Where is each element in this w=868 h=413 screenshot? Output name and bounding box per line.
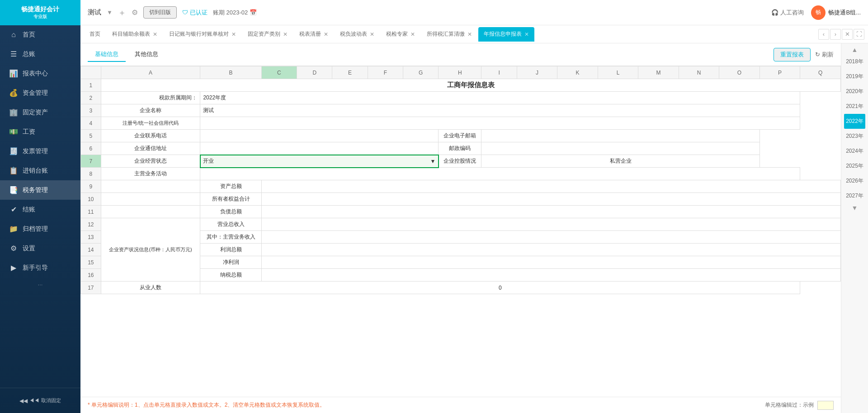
avatar-initial: 畅 — [816, 9, 821, 16]
col-header-I[interactable]: I — [481, 66, 517, 79]
year-down-button[interactable]: ▼ — [847, 203, 863, 212]
env-dropdown-icon[interactable]: ▼ — [107, 9, 113, 16]
tab-expand[interactable]: ⛶ — [854, 29, 864, 40]
sheet-tab-其他信息[interactable]: 其他信息 — [127, 47, 165, 62]
year-item-2021年[interactable]: 2021年 — [844, 99, 865, 114]
sidebar-item-工资[interactable]: 💵 工资 — [0, 122, 80, 141]
sidebar-item-设置[interactable]: ⚙ 设置 — [0, 239, 80, 258]
cell-13-value[interactable] — [261, 231, 840, 244]
col-header-Q[interactable]: Q — [800, 66, 841, 79]
sidebar-item-新手引导[interactable]: ▶ 新手引导 — [0, 258, 80, 277]
year-item-2024年[interactable]: 2024年 — [844, 144, 865, 159]
cell-6-post-value[interactable] — [481, 142, 760, 155]
col-header-D[interactable]: D — [297, 66, 332, 79]
col-header-H[interactable]: H — [439, 66, 481, 79]
cell-6-addr-value[interactable] — [200, 142, 439, 155]
col-header-O[interactable]: O — [719, 66, 760, 79]
cell-4-value[interactable] — [200, 117, 800, 130]
sidebar-item-进销台账[interactable]: 📋 进销台账 — [0, 161, 80, 180]
col-header-K[interactable]: K — [557, 66, 598, 79]
sidebar-item-归档管理[interactable]: 📁 归档管理 — [0, 219, 80, 239]
col-header-L[interactable]: L — [598, 66, 638, 79]
refresh-button[interactable]: ↻ 刷新 — [815, 51, 834, 59]
sidebar-item-固定资产[interactable]: 🏢 固定资产 — [0, 103, 80, 122]
sidebar-item-资金管理[interactable]: 💰 资金管理 — [0, 83, 80, 103]
cell-3-value[interactable]: 测试 — [200, 104, 800, 117]
sidebar-item-总账[interactable]: ☰ 总账 — [0, 44, 80, 64]
cell-7-holding-label: 企业控股情况 — [439, 155, 481, 168]
cell-11-value[interactable] — [261, 206, 840, 218]
sheet-tab-基础信息[interactable]: 基础信息 — [88, 47, 126, 62]
tab-close-4[interactable]: ✕ — [324, 31, 328, 38]
tab-税表清册[interactable]: 税表清册 ✕ — [294, 27, 334, 42]
tab-close-6[interactable]: ✕ — [410, 31, 415, 38]
tab-scroll-left[interactable]: ‹ — [818, 29, 829, 40]
pin-button[interactable]: ◀◀ ◀◀ 取消固定 — [0, 393, 80, 408]
sidebar-item-税务管理[interactable]: 📑 税务管理 — [0, 180, 80, 200]
headset-icon: 🎧 — [771, 9, 778, 16]
cell-15-value[interactable] — [261, 256, 840, 269]
col-header-M[interactable]: M — [638, 66, 679, 79]
tab-scroll-right[interactable]: › — [830, 29, 841, 40]
year-item-2022年[interactable]: 2022年 — [844, 114, 865, 129]
tab-年报信息申报表[interactable]: 年报信息申报表 ✕ — [478, 27, 534, 42]
year-item-2020年[interactable]: 2020年 — [844, 84, 865, 99]
col-header-J[interactable]: J — [517, 66, 557, 79]
col-header-P[interactable]: P — [760, 66, 800, 79]
tab-税负波动表[interactable]: 税负波动表 ✕ — [335, 27, 380, 42]
cell-7-status-value[interactable]: 开业▼ — [200, 155, 439, 168]
year-item-2019年[interactable]: 2019年 — [844, 69, 865, 84]
year-item-2027年[interactable]: 2027年 — [844, 188, 865, 203]
spreadsheet-wrapper[interactable]: ABCDEFGHIJKLMNOPQ 1工商年报信息表2税款所属期间：2022年度… — [80, 66, 841, 397]
tab-税检专家[interactable]: 税检专家 ✕ — [381, 27, 420, 42]
cell-5-email-value[interactable] — [481, 130, 760, 142]
cell-14-value[interactable] — [261, 244, 840, 256]
col-header-E[interactable]: E — [332, 66, 368, 79]
cell-8-value[interactable] — [200, 168, 800, 180]
col-header-F[interactable]: F — [368, 66, 403, 79]
table-row: 7企业经营状态开业▼企业控股情况私营企业 — [81, 155, 841, 168]
year-up-button[interactable]: ▲ — [847, 45, 863, 54]
switch-old-version-button[interactable]: 切到旧版 — [143, 6, 177, 19]
year-item-2025年[interactable]: 2025年 — [844, 159, 865, 174]
sidebar-item-发票管理[interactable]: 🧾 发票管理 — [0, 141, 80, 161]
year-item-2023年[interactable]: 2023年 — [844, 129, 865, 144]
col-header-B[interactable]: B — [200, 66, 261, 79]
col-header-C[interactable]: C — [261, 66, 297, 79]
tab-close-2[interactable]: ✕ — [231, 31, 236, 38]
settings-icon[interactable]: ⚙ — [132, 8, 138, 17]
cell-17-value[interactable]: 0 — [200, 282, 800, 294]
tab-所得税汇算清缴[interactable]: 所得税汇算清缴 ✕ — [421, 27, 477, 42]
cell-16-value[interactable] — [261, 269, 840, 282]
sidebar-item-首页[interactable]: ⌂ 首页 — [0, 25, 80, 44]
add-tab-button[interactable]: ＋ — [118, 7, 126, 18]
col-header-G[interactable]: G — [403, 66, 439, 79]
cell-2-period-value[interactable]: 2022年度 — [200, 92, 800, 104]
cell-12-value[interactable] — [261, 218, 840, 231]
dropdown-arrow-icon[interactable]: ▼ — [430, 158, 435, 164]
sidebar-item-结账[interactable]: ✔ 结账 — [0, 200, 80, 219]
tab-固定资产类别[interactable]: 固定资产类别 ✕ — [242, 27, 293, 42]
cell-9-value[interactable] — [261, 180, 840, 193]
reset-report-button[interactable]: 重置报表 — [774, 48, 811, 61]
cell-10-value[interactable] — [261, 193, 840, 206]
tab-首页[interactable]: 首页 — [84, 27, 106, 42]
service-button[interactable]: 🎧 人工咨询 — [771, 9, 804, 17]
year-item-2026年[interactable]: 2026年 — [844, 174, 865, 188]
col-header-N[interactable]: N — [679, 66, 719, 79]
tab-日记账与银行对账单核对[interactable]: 日记账与银行对账单核对 ✕ — [164, 27, 241, 42]
sheet-title[interactable]: 工商年报信息表 — [101, 79, 840, 92]
tab-close-all[interactable]: ✕ — [842, 29, 853, 40]
tab-close-5[interactable]: ✕ — [370, 31, 374, 38]
tab-close-1[interactable]: ✕ — [153, 31, 157, 38]
year-item-2018年[interactable]: 2018年 — [844, 54, 865, 69]
cell-7-holding-value[interactable]: 私营企业 — [481, 155, 760, 168]
tab-close-8[interactable]: ✕ — [524, 31, 529, 38]
tab-科目辅助余额表[interactable]: 科目辅助余额表 ✕ — [107, 27, 163, 42]
col-header-A[interactable]: A — [101, 66, 200, 79]
sidebar-item-报表中心[interactable]: 📊 报表中心 — [0, 64, 80, 83]
user-menu[interactable]: 畅 畅捷通B组... — [811, 5, 861, 20]
cell-5-phone-value[interactable] — [200, 130, 439, 142]
tab-close-7[interactable]: ✕ — [467, 31, 472, 38]
tab-close-3[interactable]: ✕ — [283, 31, 288, 38]
